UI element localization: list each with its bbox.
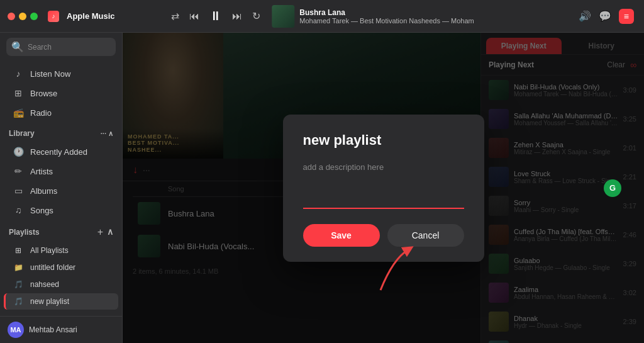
library-expand-icon: ··· ∧ (101, 130, 113, 138)
sidebar-item-label: Browse (30, 89, 57, 98)
albums-icon: ▭ (13, 186, 24, 196)
maximize-button[interactable] (30, 13, 38, 20)
pause-button[interactable]: ⏸ (208, 8, 223, 25)
modal-save-button[interactable]: Save (303, 224, 380, 247)
sidebar-item-label: Albums (30, 186, 57, 196)
sidebar-item-label: Artists (30, 167, 53, 176)
app-logo: ♪ (48, 11, 59, 22)
playlists-section-header[interactable]: Playlists + ∧ (0, 223, 122, 239)
all-playlists-icon: ⊞ (13, 246, 24, 255)
grammarly-icon[interactable]: G (604, 179, 621, 197)
sidebar-item-recently-added[interactable]: 🕐 Recently Added (4, 142, 118, 161)
browse-icon: ⊞ (13, 88, 24, 98)
titlebar: ♪ Apple Music ⇄ ⏮ ⏸ ⏭ ↻ Bushra Lana Moha… (0, 0, 644, 33)
titlebar-left: ♪ Apple Music (8, 11, 115, 22)
playlist-item-label: untitled folder (30, 263, 75, 272)
playlists-collapse-icon: ∧ (107, 227, 113, 238)
titlebar-right: 🔊 💬 ≡ (579, 9, 634, 24)
modal-dialog: new playlist Save Cancel (283, 115, 484, 262)
sidebar-item-label: Recently Added (30, 147, 87, 157)
sidebar-item-label: Listen Now (30, 69, 70, 79)
playlists-section: ⊞ All Playlists 📁 untitled folder 🎵 nahs… (0, 239, 122, 313)
radio-icon: 📻 (13, 108, 24, 118)
modal-overlay: new playlist Save Cancel G (123, 33, 644, 343)
modal-buttons: Save Cancel (303, 224, 464, 247)
playlist-icon: 🎵 (13, 280, 24, 289)
sidebar: 🔍 ♪ Listen Now ⊞ Browse 📻 Radio Library … (0, 33, 123, 343)
sidebar-item-browse[interactable]: ⊞ Browse (4, 84, 118, 103)
user-footer: MA Mehtab Ansari (0, 316, 122, 343)
content-area: MOHAMED TA... BEST MOTIVA... NASHEE... ↓… (123, 33, 644, 343)
library-nav: 🕐 Recently Added ✏ Artists ▭ Albums ♫ So… (0, 139, 122, 223)
library-section-header[interactable]: Library ··· ∧ (0, 125, 122, 139)
library-label: Library (9, 129, 35, 138)
next-button[interactable]: ⏭ (231, 9, 243, 23)
song-title: Bushra Lana (299, 8, 474, 17)
queue-button[interactable]: ≡ (619, 9, 634, 24)
playlist-item-label: new playlist (30, 297, 69, 306)
minimize-button[interactable] (19, 13, 26, 20)
user-name: Mehtab Ansari (29, 325, 77, 334)
window-buttons (8, 13, 38, 20)
modal-cancel-button[interactable]: Cancel (387, 224, 464, 247)
main-layout: 🔍 ♪ Listen Now ⊞ Browse 📻 Radio Library … (0, 33, 644, 343)
playlist-item-all[interactable]: ⊞ All Playlists (4, 242, 118, 259)
search-bar[interactable]: 🔍 (6, 38, 116, 56)
modal-title: new playlist (303, 132, 464, 149)
volume-button[interactable]: 🔊 (579, 10, 591, 22)
prev-button[interactable]: ⏮ (188, 9, 201, 23)
sidebar-item-albums[interactable]: ▭ Albums (4, 181, 118, 200)
sidebar-item-listen-now[interactable]: ♪ Listen Now (4, 64, 118, 83)
titlebar-center: ⇄ ⏮ ⏸ ⏭ ↻ Bushra Lana Mohamed Tarek — Be… (170, 5, 474, 28)
sidebar-item-label: Radio (30, 108, 52, 118)
message-button[interactable]: 💬 (599, 10, 611, 22)
sidebar-nav: ♪ Listen Now ⊞ Browse 📻 Radio (0, 61, 122, 125)
search-icon: 🔍 (11, 41, 24, 53)
listen-now-icon: ♪ (13, 69, 24, 79)
shuffle-button[interactable]: ⇄ (170, 9, 180, 23)
folder-icon: 📁 (13, 263, 24, 272)
playlists-controls: + ∧ (97, 227, 113, 238)
now-playing-thumb (272, 5, 294, 28)
sidebar-item-artists[interactable]: ✏ Artists (4, 162, 118, 181)
recently-added-icon: 🕐 (13, 147, 24, 157)
add-playlist-button[interactable]: + (97, 227, 103, 238)
modal-description-input[interactable] (303, 159, 464, 209)
search-input[interactable] (28, 43, 122, 52)
song-artist: Mohamed Tarek — Best Motivation Nasheeds… (299, 17, 474, 25)
playlist-item-label: All Playlists (30, 246, 69, 255)
playlist-item-new-playlist[interactable]: 🎵 new playlist (4, 293, 118, 310)
sidebar-item-songs[interactable]: ♫ Songs (4, 201, 118, 220)
playlists-label: Playlists (9, 228, 40, 237)
now-playing-info: Bushra Lana Mohamed Tarek — Best Motivat… (272, 5, 474, 28)
transport-controls: ⇄ ⏮ ⏸ ⏭ ↻ (170, 8, 262, 25)
repeat-button[interactable]: ↻ (251, 9, 262, 23)
now-playing-text: Bushra Lana Mohamed Tarek — Best Motivat… (299, 8, 474, 25)
playlist-icon: 🎵 (13, 297, 24, 306)
playlist-item-untitled-folder[interactable]: 📁 untitled folder (4, 259, 118, 276)
avatar: MA (8, 322, 24, 338)
close-button[interactable] (8, 13, 15, 20)
app-title: Apple Music (67, 11, 115, 21)
sidebar-item-radio[interactable]: 📻 Radio (4, 103, 118, 122)
playlist-item-nahseed[interactable]: 🎵 nahseed (4, 276, 118, 293)
playlist-item-label: nahseed (30, 280, 59, 289)
artists-icon: ✏ (13, 166, 24, 176)
songs-icon: ♫ (13, 205, 24, 215)
sidebar-item-label: Songs (30, 206, 53, 215)
